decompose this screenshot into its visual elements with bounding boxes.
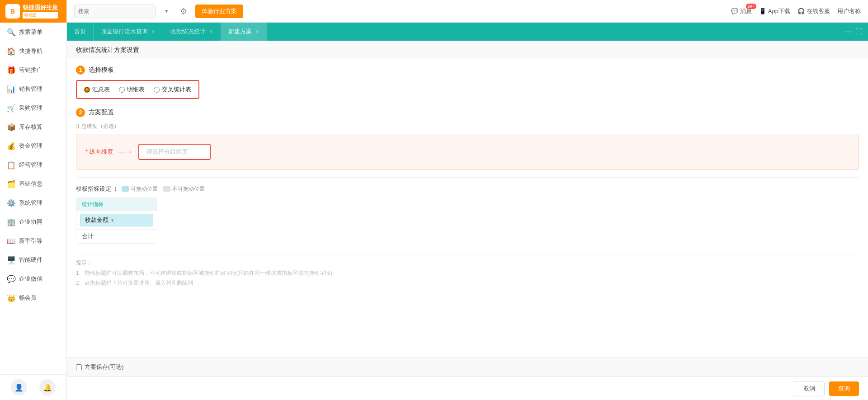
app-label: App下载 [768,7,790,15]
sidebar-item-member[interactable]: 👑 畅会员 [0,288,66,307]
tabs-actions: — ⛶ [839,23,868,41]
radio-summary[interactable]: 汇总表 [84,85,110,94]
money-icon: 💰 [7,142,15,150]
tab-bankflow-label: 现金银行流水查询 [101,28,148,36]
sidebar-label-management: 经营管理 [19,161,42,169]
topbar: ▾ ⚙ 体验行业方案 💬 消息 99+ 📱 App下载 🎧 在线客服 用户名称 [67,0,868,23]
step2-header: 2 方案配置 [76,108,859,117]
sidebar-item-management[interactable]: 📋 经营管理 [0,155,66,174]
tabs-bar: 首页 现金银行流水查询 × 收款情况统计 × 新建方案 × — ⛶ [67,23,868,41]
tab-home-label: 首页 [74,28,86,36]
sidebar-item-sales[interactable]: 📊 销售管理 [0,80,66,99]
page-title: 收款情况统计方案设置 [76,46,139,53]
cart-icon: 🛒 [7,104,15,112]
tab-minimize-icon[interactable]: — [844,28,852,36]
sidebar-bottom-icon-2[interactable]: 🔔 [39,379,56,395]
trial-button[interactable]: 体验行业方案 [195,5,243,18]
legend-movable-box [122,186,129,192]
legend-fixed: 不可拖动位置 [163,185,205,193]
tip-item-1: 1、拖动标题栏可以调整布局，不可跨维度或指标区域拖动栏目字段(只能在同一维度或指… [76,268,859,278]
tab-bankflow-close[interactable]: × [151,28,156,36]
sidebar-label-hardware: 智能硬件 [19,256,42,264]
template-selector: 汇总表 明细表 交叉统计表 [76,80,199,99]
main-area: ▾ ⚙ 体验行业方案 💬 消息 99+ 📱 App下载 🎧 在线客服 用户名称 [67,0,868,400]
stat-indicator-tag[interactable]: 收款金额 ▾ [80,214,153,226]
logo-name: 畅捷通好生意 [23,4,58,11]
sidebar-label-enterprise: 企业协同 [19,218,42,226]
building-icon: 🏢 [7,218,15,226]
step2-title: 方案配置 [89,108,114,117]
sidebar-label-basic: 基础信息 [19,180,42,188]
logo-text-area: 畅捷通好生意 标准版 [23,4,58,19]
query-button[interactable]: 查询 [829,381,859,396]
radio-cross-input[interactable] [154,87,160,93]
sidebar-label-system: 系统管理 [19,199,42,207]
sidebar-label-guide: 新手引导 [19,237,42,245]
sidebar-item-basic[interactable]: 🗂️ 基础信息 [0,174,66,193]
sidebar-item-quicknav[interactable]: 🏠 快捷导航 [0,42,66,61]
user-label: 用户名称 [837,8,861,14]
dimension-selector[interactable]: 请选择分组维度 [138,144,211,160]
stat-total-row: 合计 [76,229,157,243]
cancel-button[interactable]: 取消 [794,381,825,396]
sidebar-item-enterprise[interactable]: 🏢 企业协同 [0,212,66,231]
tab-home[interactable]: 首页 [67,23,94,41]
gift-icon: 🎁 [7,66,15,74]
tab-receiptstats[interactable]: 收款情况统计 × [163,23,221,41]
tab-expand-icon[interactable]: ⛶ [855,28,863,36]
sidebar-item-hardware[interactable]: 🖥️ 智能硬件 [0,250,66,269]
tab-receiptstats-close[interactable]: × [208,28,213,36]
save-option-area: 方案保存(可选) [67,357,868,376]
sidebar-item-guide[interactable]: 📖 新手引导 [0,231,66,250]
sidebar-item-inventory[interactable]: 📦 库存核算 [0,118,66,136]
step2-section: 2 方案配置 汇总维度（必选） 纵向维度 —→ 请选择分组维度 [76,108,859,292]
radio-summary-label: 汇总表 [92,85,110,94]
step1-section: 1 选择模板 汇总表 明细表 交叉统计表 [76,66,859,99]
radio-detail[interactable]: 明细表 [119,85,145,94]
app-download-button[interactable]: 📱 App下载 [759,7,790,15]
sidebar-item-wechat[interactable]: 💬 企业微信 [0,269,66,288]
dimension-selector-placeholder: 请选择分组维度 [146,148,188,156]
sidebar-item-purchase[interactable]: 🛒 采购管理 [0,99,66,118]
user-area[interactable]: 用户名称 [837,7,861,15]
gear-icon: ⚙️ [7,199,15,207]
save-checkbox[interactable] [76,364,82,370]
tab-newplan-close[interactable]: × [255,28,259,36]
radio-detail-input[interactable] [119,87,125,93]
service-button[interactable]: 🎧 在线客服 [797,7,830,15]
sidebar: B 畅捷通好生意 标准版 🔍 搜索菜单 🏠 快捷导航 🎁 营销推广 📊 销售管理… [0,0,67,400]
message-button[interactable]: 💬 消息 99+ [731,7,752,15]
crown-icon: 👑 [7,294,15,302]
search-icon: 🔍 [7,28,15,36]
legend-movable-label: 可拖动位置 [131,185,158,193]
sidebar-label-marketing: 营销推广 [19,66,42,74]
sidebar-item-finance[interactable]: 💰 资金管理 [0,136,66,155]
stat-indicator-header: 统计指标 [76,198,157,211]
tips-area: 提示： 1、拖动标题栏可以调整布局，不可跨维度或指标区域拖动栏目字段(只能在同一… [76,254,859,292]
sidebar-item-marketing[interactable]: 🎁 营销推广 [0,61,66,80]
radio-cross[interactable]: 交叉统计表 [154,85,191,94]
settings-icon[interactable]: ⚙ [177,5,190,18]
dimension-group-label: 汇总维度（必选） [76,122,859,130]
tab-bankflow[interactable]: 现金银行流水查询 × [94,23,163,41]
sidebar-logo: B 畅捷通好生意 标准版 [0,0,66,23]
topbar-right: 💬 消息 99+ 📱 App下载 🎧 在线客服 用户名称 [731,7,861,15]
tab-newplan[interactable]: 新建方案 × [221,23,267,41]
monitor-icon: 🖥️ [7,256,15,264]
sidebar-bottom-icon-1[interactable]: 👤 [11,379,27,395]
sidebar-label-member: 畅会员 [19,294,37,302]
sidebar-label-wechat: 企业微信 [19,275,42,283]
service-label: 在线客服 [807,7,830,15]
radio-detail-label: 明细表 [127,85,145,94]
search-input[interactable] [74,5,156,18]
sidebar-item-search[interactable]: 🔍 搜索菜单 [0,23,66,42]
save-option-label: 方案保存(可选) [85,363,124,371]
sidebar-label-quicknav: 快捷导航 [19,47,42,55]
dropdown-icon[interactable]: ▾ [161,6,172,17]
message-icon: 💬 [731,8,738,14]
sidebar-label-finance: 资金管理 [19,142,42,150]
stat-tag-text: 收款金额 [85,216,108,224]
home-icon: 🏠 [7,47,15,55]
radio-summary-input[interactable] [84,87,90,93]
sidebar-item-system[interactable]: ⚙️ 系统管理 [0,193,66,212]
